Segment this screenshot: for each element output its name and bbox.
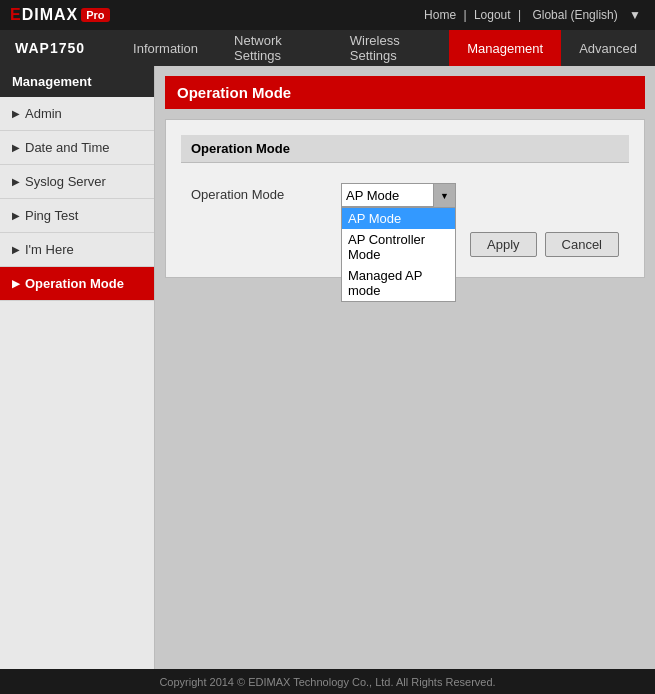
footer-text: Copyright 2014 © EDIMAX Technology Co., …	[159, 676, 495, 688]
nav-tabs: Information Network Settings Wireless Se…	[115, 30, 655, 66]
apply-button[interactable]: Apply	[470, 232, 537, 257]
logout-link[interactable]: Logout	[474, 8, 511, 22]
tab-advanced[interactable]: Advanced	[561, 30, 655, 66]
dropdown-option-ap-mode[interactable]: AP Mode	[342, 208, 455, 229]
logo: EDIMAX Pro	[10, 6, 110, 24]
pro-badge: Pro	[81, 8, 109, 22]
cancel-button[interactable]: Cancel	[545, 232, 619, 257]
section-title: Operation Mode	[181, 135, 629, 163]
dropdown-display[interactable]: AP Mode ▼	[341, 183, 456, 207]
edimax-logo: EDIMAX	[10, 6, 78, 24]
tab-management[interactable]: Management	[449, 30, 561, 66]
arrow-icon: ▶	[12, 176, 20, 187]
main-layout: Management ▶ Admin ▶ Date and Time ▶ Sys…	[0, 66, 655, 669]
arrow-icon: ▶	[12, 142, 20, 153]
home-link[interactable]: Home	[424, 8, 456, 22]
sidebar: Management ▶ Admin ▶ Date and Time ▶ Sys…	[0, 66, 155, 669]
top-bar: EDIMAX Pro Home | Logout | Global (Engli…	[0, 0, 655, 30]
arrow-icon: ▶	[12, 244, 20, 255]
top-links: Home | Logout | Global (English) ▼	[424, 8, 645, 22]
sidebar-item-admin[interactable]: ▶ Admin	[0, 97, 154, 131]
dropdown-list: AP Mode AP Controller Mode Managed AP mo…	[341, 207, 456, 302]
tab-network-settings[interactable]: Network Settings	[216, 30, 332, 66]
language-selector[interactable]: Global (English)	[532, 8, 617, 22]
device-name: WAP1750	[15, 40, 85, 56]
footer: Copyright 2014 © EDIMAX Technology Co., …	[0, 669, 655, 694]
tab-wireless-settings[interactable]: Wireless Settings	[332, 30, 449, 66]
language-arrow-icon: ▼	[629, 8, 641, 22]
page-header: Operation Mode	[165, 76, 645, 109]
sidebar-item-ping-test[interactable]: ▶ Ping Test	[0, 199, 154, 233]
arrow-icon: ▶	[12, 108, 20, 119]
operation-mode-dropdown[interactable]: AP Mode ▼ AP Mode AP Controller Mode Man…	[341, 183, 456, 207]
dropdown-arrow-icon[interactable]: ▼	[433, 184, 455, 208]
sidebar-item-syslog-server[interactable]: ▶ Syslog Server	[0, 165, 154, 199]
sidebar-item-operation-mode[interactable]: ▶ Operation Mode	[0, 267, 154, 301]
sidebar-item-date-and-time[interactable]: ▶ Date and Time	[0, 131, 154, 165]
arrow-icon: ▶	[12, 210, 20, 221]
sidebar-item-im-here[interactable]: ▶ I'm Here	[0, 233, 154, 267]
nav-bar: WAP1750 Information Network Settings Wir…	[0, 30, 655, 66]
arrow-icon: ▶	[12, 278, 20, 289]
content-area: Operation Mode Operation Mode Operation …	[155, 66, 655, 669]
sep1: |	[463, 8, 466, 22]
sep2: |	[518, 8, 521, 22]
operation-mode-label: Operation Mode	[191, 183, 341, 202]
dropdown-option-ap-controller-mode[interactable]: AP Controller Mode	[342, 229, 455, 265]
form-row-operation-mode: Operation Mode AP Mode ▼ AP Mode AP Cont…	[181, 178, 629, 212]
dropdown-selected-value: AP Mode	[346, 188, 399, 203]
tab-information[interactable]: Information	[115, 30, 216, 66]
dropdown-option-managed-ap-mode[interactable]: Managed AP mode	[342, 265, 455, 301]
sidebar-title: Management	[0, 66, 154, 97]
content-box: Operation Mode Operation Mode AP Mode ▼ …	[165, 119, 645, 278]
